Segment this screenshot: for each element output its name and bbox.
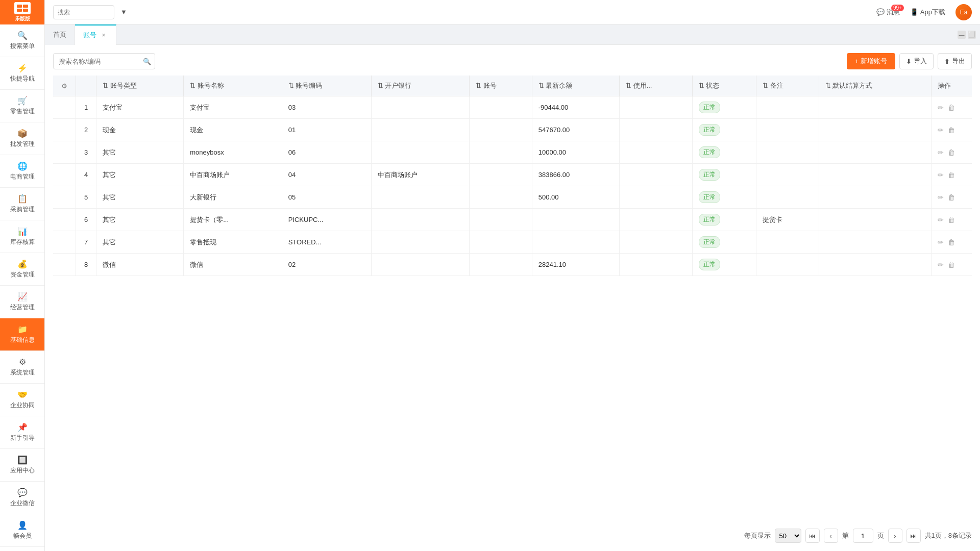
sidebar-item-ecommerce[interactable]: 🌐 电商管理 xyxy=(0,155,44,188)
sidebar-item-basic-info[interactable]: 📁 基础信息 xyxy=(0,318,44,351)
col-code[interactable]: ⇅ 账号编码 xyxy=(282,76,371,96)
row-usage xyxy=(619,96,692,119)
row-settings-cell xyxy=(53,164,76,186)
app-download-button[interactable]: 📱 App下载 xyxy=(910,8,945,17)
download-label: App下载 xyxy=(920,8,945,17)
header-left: ▼ xyxy=(53,5,127,19)
column-settings-icon[interactable]: ⚙ xyxy=(59,81,69,91)
edit-button[interactable]: ✏ xyxy=(938,171,944,179)
row-settlement xyxy=(819,164,931,186)
sidebar-item-search-menu[interactable]: 🔍 搜索菜单 xyxy=(0,24,44,57)
edit-button[interactable]: ✏ xyxy=(938,126,944,134)
sidebar-item-inventory[interactable]: 📊 库存核算 xyxy=(0,220,44,253)
delete-button[interactable]: 🗑 xyxy=(948,216,955,224)
sidebar-item-operations[interactable]: 📈 经营管理 xyxy=(0,286,44,318)
edit-button[interactable]: ✏ xyxy=(938,216,944,224)
sidebar-item-retail-manage[interactable]: 🛒 零售管理 xyxy=(0,90,44,122)
wechat-icon: 💬 xyxy=(17,488,28,497)
header-dropdown[interactable]: ▼ xyxy=(120,8,127,16)
row-usage xyxy=(619,209,692,231)
table-row: 6 其它 提货卡（零... PICKUPC... 正常 提货卡 ✏ 🗑 xyxy=(53,209,972,231)
edit-button[interactable]: ✏ xyxy=(938,104,944,112)
page-input[interactable] xyxy=(853,529,873,543)
prev-page-button[interactable]: ‹ xyxy=(824,529,838,543)
last-page-button[interactable]: ⏭ xyxy=(906,529,921,543)
row-bank xyxy=(371,254,469,276)
sidebar-item-member[interactable]: 👤 畅会员 xyxy=(0,514,44,547)
delete-button[interactable]: 🗑 xyxy=(948,104,955,112)
sidebar-item-beginner-guide[interactable]: 📌 新手引导 xyxy=(0,416,44,449)
global-search-input[interactable] xyxy=(53,5,114,19)
row-num: 2 xyxy=(76,119,96,141)
delete-button[interactable]: 🗑 xyxy=(948,261,955,269)
logo-icon xyxy=(14,2,31,14)
tab-home[interactable]: 首页 xyxy=(45,24,75,45)
edit-button[interactable]: ✏ xyxy=(938,261,944,269)
col-account[interactable]: ⇅ 账号 xyxy=(470,76,532,96)
col-type-label: ⇅ 账号类型 xyxy=(103,82,137,89)
col-bank[interactable]: ⇅ 开户银行 xyxy=(371,76,469,96)
restore-button[interactable]: ⬜ xyxy=(968,31,976,39)
tab-account-close[interactable]: × xyxy=(100,31,108,39)
edit-button[interactable]: ✏ xyxy=(938,193,944,202)
col-action: 操作 xyxy=(931,76,972,96)
col-type[interactable]: ⇅ 账号类型 xyxy=(96,76,184,96)
add-account-button[interactable]: + 新增账号 xyxy=(847,53,895,69)
sidebar-item-system-manage[interactable]: ⚙ 系统管理 xyxy=(0,351,44,384)
toolbar-right: + 新增账号 ⬇ 导入 ⬆ 导出 xyxy=(847,53,972,69)
notification-button[interactable]: 💬 消息 99+ xyxy=(876,8,900,17)
export-button[interactable]: ⬆ 导出 xyxy=(938,53,972,69)
row-name: 支付宝 xyxy=(184,96,282,119)
wholesale-icon: 📦 xyxy=(17,129,28,138)
delete-button[interactable]: 🗑 xyxy=(948,126,955,134)
next-page-button[interactable]: › xyxy=(888,529,902,543)
sidebar-item-app-center[interactable]: 🔲 应用中心 xyxy=(0,449,44,482)
tab-account[interactable]: 账号 × xyxy=(75,24,116,45)
col-settlement[interactable]: ⇅ 默认结算方式 xyxy=(819,76,931,96)
table-row: 8 微信 微信 02 28241.10 正常 ✏ 🗑 xyxy=(53,254,972,276)
col-status[interactable]: ⇅ 状态 xyxy=(692,76,756,96)
delete-button[interactable]: 🗑 xyxy=(948,238,955,246)
row-action: ✏ 🗑 xyxy=(931,231,972,254)
sidebar-item-enterprise-wechat[interactable]: 💬 企业微信 xyxy=(0,482,44,514)
delete-button[interactable]: 🗑 xyxy=(948,171,955,179)
content-area: 🔍 + 新增账号 ⬇ 导入 ⬆ 导出 xyxy=(45,45,980,551)
per-page-select[interactable]: 50 100 200 xyxy=(775,529,801,543)
row-status: 正常 xyxy=(692,141,756,164)
col-remark[interactable]: ⇅ 备注 xyxy=(756,76,819,96)
row-usage xyxy=(619,231,692,254)
row-settlement xyxy=(819,231,931,254)
row-action: ✏ 🗑 xyxy=(931,119,972,141)
sidebar-item-purchase[interactable]: 📋 采购管理 xyxy=(0,188,44,220)
sidebar-item-label: 快捷导航 xyxy=(10,74,35,83)
table-row: 1 支付宝 支付宝 03 -90444.00 正常 ✏ 🗑 xyxy=(53,96,972,119)
row-action: ✏ 🗑 xyxy=(931,209,972,231)
minimize-button[interactable]: — xyxy=(958,31,966,39)
import-button[interactable]: ⬇ 导入 xyxy=(899,53,934,69)
edit-button[interactable]: ✏ xyxy=(938,148,944,157)
toolbar-left: 🔍 xyxy=(53,53,155,69)
edit-button[interactable]: ✏ xyxy=(938,238,944,246)
col-usage[interactable]: ⇅ 使用... xyxy=(619,76,692,96)
delete-button[interactable]: 🗑 xyxy=(948,148,955,157)
row-name: 现金 xyxy=(184,119,282,141)
search-icon[interactable]: 🔍 xyxy=(143,58,151,65)
sidebar-item-quick-nav[interactable]: ⚡ 快捷导航 xyxy=(0,57,44,90)
row-name: 大新银行 xyxy=(184,186,282,209)
avatar[interactable]: Ea xyxy=(955,4,972,20)
row-remark xyxy=(756,164,819,186)
col-settings[interactable]: ⚙ xyxy=(53,76,76,96)
sidebar-item-wholesale-manage[interactable]: 📦 批发管理 xyxy=(0,122,44,155)
account-search-input[interactable] xyxy=(53,53,155,69)
sidebar-item-finance[interactable]: 💰 资金管理 xyxy=(0,253,44,286)
sidebar-item-enterprise-agreement[interactable]: 🤝 企业协同 xyxy=(0,384,44,416)
row-action: ✏ 🗑 xyxy=(931,186,972,209)
row-balance: 383866.00 xyxy=(532,164,619,186)
ecommerce-icon: 🌐 xyxy=(17,161,28,171)
first-page-button[interactable]: ⏮ xyxy=(805,529,820,543)
col-name[interactable]: ⇅ 账号名称 xyxy=(184,76,282,96)
row-status: 正常 xyxy=(692,119,756,141)
col-balance[interactable]: ⇅ 最新余额 xyxy=(532,76,619,96)
delete-button[interactable]: 🗑 xyxy=(948,193,955,202)
row-settings-cell xyxy=(53,209,76,231)
